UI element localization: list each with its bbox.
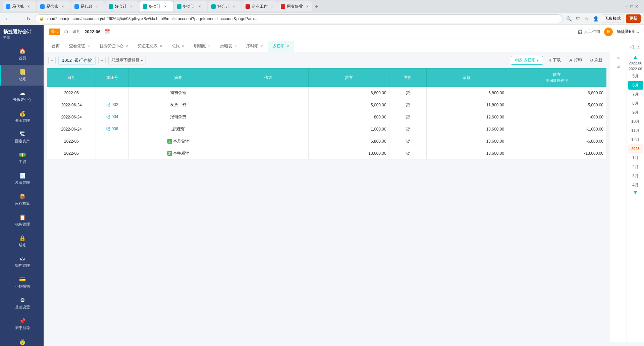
address-bar[interactable]: 🔒 cloud2.chanjet.com/accounting/uh26t264…: [35, 14, 562, 23]
tab-close-smart[interactable]: ✕: [125, 44, 128, 48]
refresh-button[interactable]: ↺ 刷新: [587, 56, 605, 64]
app-tab-general-ledger[interactable]: 总账 ✕: [167, 41, 189, 52]
cal-month-10[interactable]: 10月: [628, 117, 643, 126]
sidebar-item-archive[interactable]: 🗂 归档管理: [0, 252, 44, 272]
maximize-icon[interactable]: □: [630, 4, 633, 9]
tab-haokuaiji-2[interactable]: 好会计 ✕: [140, 1, 173, 11]
tab-close-icon[interactable]: ✕: [61, 5, 64, 8]
cell-debit: [228, 87, 308, 99]
app-tab-balance[interactable]: 余额表 ✕: [215, 41, 241, 52]
consult-button[interactable]: 🎧 人工咨询: [578, 29, 600, 35]
tab-yidaizhang-1[interactable]: 易代账 ✕: [3, 1, 36, 11]
tab-close-icon[interactable]: ✕: [198, 5, 201, 8]
cal-month-1[interactable]: 1月: [628, 153, 643, 162]
wuhen-button[interactable]: 无痕模式: [602, 14, 624, 23]
print-button[interactable]: 🖨 打印: [566, 56, 585, 64]
sidebar-item-reports[interactable]: ☁ 云报表中心: [0, 86, 44, 106]
tab-close-icon[interactable]: ✕: [232, 5, 235, 8]
app-tab-multicolumn[interactable]: 多栏账 ✕: [268, 41, 294, 52]
cell-voucher[interactable]: 记-002: [96, 99, 128, 111]
tab-haokuaiji-1[interactable]: 好会计 ✕: [105, 1, 139, 11]
app-tab-smart-voucher[interactable]: 智能凭证中心 ✕: [95, 41, 133, 52]
forward-button[interactable]: →: [14, 15, 22, 22]
sidebar-item-settings[interactable]: ⚙ 基础设置: [0, 293, 44, 314]
shield-icon[interactable]: 🛡: [575, 15, 582, 22]
tab-qiye[interactable]: 企业工作 ✕: [242, 1, 277, 11]
app-tab-voucher[interactable]: 查看凭证 ✕: [64, 41, 95, 52]
cal-month-2[interactable]: 2月: [628, 162, 643, 171]
calendar-scroll-up[interactable]: ▲: [633, 54, 638, 60]
download-button[interactable]: ⬇ 下载: [546, 56, 564, 64]
sidebar-item-fund[interactable]: 💰 资金管理: [0, 106, 44, 127]
cal-month-7[interactable]: 7月: [628, 90, 643, 99]
settings-gear-icon[interactable]: ⚙: [64, 29, 68, 35]
profile-icon[interactable]: 👤: [592, 15, 600, 22]
collapse-icon[interactable]: ◁: [630, 43, 634, 50]
sidebar-item-home[interactable]: 🏠 首页: [0, 44, 44, 65]
tab-close-balance[interactable]: ✕: [234, 44, 237, 48]
tab-yidaizhang-3[interactable]: 易代账 ✕: [71, 1, 105, 11]
tab-close-multicolumn[interactable]: ✕: [286, 44, 289, 48]
sidebar-item-member[interactable]: 👑 畅会员: [0, 335, 44, 346]
sidebar-item-close-accounts[interactable]: 🔒 结账: [0, 231, 44, 252]
cell-voucher[interactable]: 记-004: [96, 111, 128, 123]
minimize-icon[interactable]: ─: [625, 4, 628, 9]
expand-icon[interactable]: ⊡: [636, 43, 641, 50]
sidebar-item-tax[interactable]: 📋 税务管理: [0, 210, 44, 231]
update-button[interactable]: 更新: [626, 14, 641, 23]
tab-close-icon[interactable]: ✕: [164, 5, 167, 8]
tab-haokuaiji-3[interactable]: 好会计 ✕: [174, 1, 207, 11]
cal-month-6[interactable]: 6月: [628, 81, 643, 90]
tab-close-detail[interactable]: ✕: [208, 44, 211, 48]
prev-account-button[interactable]: ←: [48, 57, 56, 64]
sidebar-item-salary[interactable]: 💵 工资: [0, 148, 44, 168]
star-icon[interactable]: ☆: [584, 15, 590, 22]
app-tab-detail-ledger[interactable]: 明细账 ✕: [189, 41, 215, 52]
tab-close-voucher-summary[interactable]: ✕: [160, 44, 162, 48]
tab-yonyou[interactable]: 用友好业 ✕: [277, 1, 312, 11]
tab-close-voucher[interactable]: ✕: [87, 44, 90, 48]
calendar-icon[interactable]: 📅: [105, 29, 110, 34]
sidebar-item-expense[interactable]: 💳 小畅报销: [0, 272, 44, 293]
window-close-icon[interactable]: ✕: [635, 4, 639, 9]
special-multicolumn-button[interactable]: 特殊多栏账 ▾: [511, 56, 543, 65]
tab-close-icon[interactable]: ✕: [271, 5, 273, 8]
app-tab-journal[interactable]: 序时账 ✕: [241, 41, 268, 52]
cal-month-5[interactable]: 5月: [628, 72, 643, 81]
cal-month-9[interactable]: 9月: [628, 108, 643, 117]
cal-month-8[interactable]: 8月: [628, 99, 643, 108]
back-button[interactable]: ←: [3, 15, 11, 22]
sidebar-item-assets[interactable]: 🏗 固定资产: [0, 127, 44, 148]
tab-close-general[interactable]: ✕: [182, 44, 184, 48]
sidebar-item-invoice[interactable]: 🧾 发票管理: [0, 168, 44, 189]
tab-close-journal[interactable]: ✕: [260, 44, 263, 48]
search-icon[interactable]: 🔍: [565, 15, 573, 22]
cell-voucher[interactable]: 记-006: [96, 123, 128, 135]
sidebar-item-inventory[interactable]: 📦 库存核算: [0, 189, 44, 210]
cal-month-3[interactable]: 3月: [628, 171, 643, 180]
cal-month-4[interactable]: 4月: [628, 181, 643, 189]
filter-dropdown[interactable]: 只显示下级科目 ▾: [108, 56, 146, 64]
tab-haokuaiji-4[interactable]: 好会计 ✕: [208, 1, 241, 11]
cal-month-12[interactable]: 12月: [628, 135, 643, 144]
cell-summary: 累本年累计: [129, 147, 228, 159]
tab-close-icon[interactable]: ✕: [130, 5, 132, 8]
tab-close-icon[interactable]: ✕: [96, 5, 98, 8]
calendar-scroll-down[interactable]: ▼: [633, 190, 638, 196]
panel-expand-icon[interactable]: ⊡: [615, 62, 622, 70]
bottom-scrollbar[interactable]: [44, 342, 644, 346]
new-tab-button[interactable]: ＋: [312, 2, 321, 11]
cal-month-11[interactable]: 11月: [628, 126, 643, 135]
tab-close-icon[interactable]: ✕: [27, 5, 30, 8]
tab-close-icon[interactable]: ✕: [306, 5, 309, 8]
next-account-button[interactable]: →: [98, 57, 106, 64]
tab-favicon: [143, 4, 147, 9]
reload-button[interactable]: ↻: [25, 15, 32, 22]
tab-list-icon[interactable]: ⋮: [619, 4, 623, 9]
tab-yidaizhang-2[interactable]: 易代账 ✕: [37, 1, 70, 11]
app-tab-voucher-summary[interactable]: 凭证汇总表 ✕: [133, 41, 167, 52]
app-tab-home[interactable]: 首页: [47, 41, 64, 52]
sidebar-item-ledger[interactable]: 📒 总账: [0, 65, 44, 86]
sidebar-item-guide[interactable]: 📌 新手引导: [0, 314, 44, 335]
panel-close-icon[interactable]: ✕: [615, 54, 622, 62]
